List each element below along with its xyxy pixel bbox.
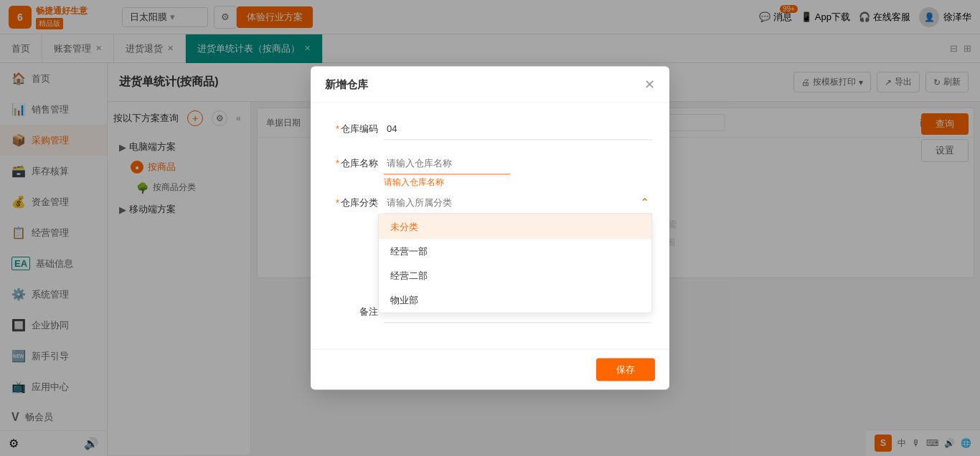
dropdown-item-property[interactable]: 物业部: [379, 288, 651, 313]
dropdown-item-ops2[interactable]: 经营二部: [379, 264, 651, 288]
modal-title: 新增仓库: [325, 77, 368, 91]
dropdown-item-ops1[interactable]: 经营一部: [379, 239, 651, 264]
form-row-category: 仓库分类 ⌃ 未分类 经营一部 经营二部 物业部: [328, 191, 652, 214]
code-input[interactable]: [384, 118, 652, 141]
category-toggle-icon[interactable]: ⌃: [640, 196, 649, 209]
modal-footer: 保存: [311, 349, 669, 390]
name-label: 仓库名称: [328, 152, 378, 175]
new-warehouse-modal: 新增仓库 ✕ 仓库编码 仓库名称 请输入仓库名称 仓库分类 ⌃: [311, 67, 669, 390]
form-row-code: 仓库编码: [328, 118, 652, 141]
name-input[interactable]: [384, 152, 510, 175]
modal-close-button[interactable]: ✕: [644, 77, 655, 92]
code-label: 仓库编码: [328, 118, 378, 141]
category-input[interactable]: [384, 191, 652, 214]
modal-body: 仓库编码 仓库名称 请输入仓库名称 仓库分类 ⌃ 未分类 经营一: [311, 103, 669, 349]
form-row-name: 仓库名称 请输入仓库名称: [328, 152, 652, 189]
save-button[interactable]: 保存: [596, 358, 655, 381]
notes-label: 备注: [328, 300, 378, 323]
dropdown-item-unclassified[interactable]: 未分类: [379, 215, 651, 239]
modal-header: 新增仓库 ✕: [311, 67, 669, 103]
category-input-wrap: ⌃: [384, 191, 652, 214]
category-label: 仓库分类: [328, 191, 378, 214]
category-dropdown: 未分类 经营一部 经营二部 物业部: [378, 214, 652, 313]
name-error-msg: 请输入仓库名称: [384, 176, 510, 189]
